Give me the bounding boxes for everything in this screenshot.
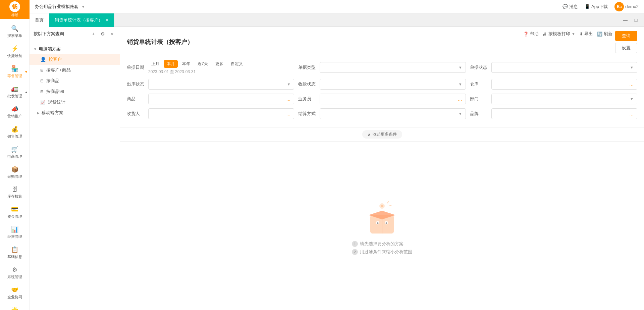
- query-btn[interactable]: 查询: [615, 31, 637, 41]
- sidebar-item-wholesale-label: 批发管理: [7, 94, 22, 99]
- warehouse-dots: …: [629, 82, 634, 87]
- left-panel-collapse-btn[interactable]: «: [108, 30, 116, 38]
- sidebar-item-inventory[interactable]: 🗄 库存核算: [0, 183, 29, 202]
- settlement-arrow: ▼: [459, 112, 462, 116]
- sidebar-item-newbie[interactable]: 🌟 新手引导: [0, 303, 29, 310]
- refresh-icon: 🔄: [597, 32, 602, 37]
- sidebar-item-basic-label: 基础信息: [7, 254, 22, 259]
- department-input[interactable]: ▼: [491, 94, 637, 104]
- filter-row-3: 商品 … 业务员 … 部门: [127, 94, 637, 104]
- filter-date-field: 单据日期 上月 本月 本年 近7天 更多 自定义 2023-03-01 至 20…: [127, 60, 294, 75]
- tree-item-by-customer-product[interactable]: ⊞ 按客户+商品: [30, 65, 120, 75]
- tree-group-mobile-label: 移动端方案: [42, 110, 63, 116]
- tab-home[interactable]: 首页: [30, 13, 49, 27]
- sidebar-item-finance[interactable]: 💳 资金管理: [0, 202, 29, 222]
- salesperson-input[interactable]: …: [320, 94, 466, 104]
- filter-row-2: 出库状态 ▼ 收款状态 ▼ 仓库: [127, 79, 637, 90]
- sidebar-item-retail[interactable]: 🏪 零售管理 ▼: [0, 62, 29, 82]
- doc-status-label: 单据状态: [470, 64, 489, 70]
- doc-type-arrow: ▼: [459, 65, 462, 69]
- tab-bar: 首页 销货单统计表（按客户） ✕ — □: [30, 13, 644, 27]
- svg-line-8: [387, 201, 389, 203]
- export-btn[interactable]: ⬇ 导出: [579, 31, 593, 37]
- sidebar-item-finance-label: 资金管理: [7, 214, 22, 219]
- out-status-input[interactable]: ▼: [148, 79, 294, 90]
- sidebar-item-enterprise[interactable]: 🤝 企业协同: [0, 283, 29, 303]
- settings-btn[interactable]: 设置: [615, 43, 637, 53]
- date-filter-top: 上月 本月 本年 近7天 更多 自定义: [148, 60, 294, 68]
- sidebar-item-purchase[interactable]: 📦 采购管理: [0, 162, 29, 183]
- sidebar-item-sales[interactable]: 💰 销售管理: [0, 122, 29, 142]
- receiver-input[interactable]: …: [148, 108, 294, 119]
- app-download-action[interactable]: 📱 App下载: [585, 4, 608, 10]
- help-btn[interactable]: ❓ 帮助: [523, 31, 539, 37]
- tree-item-by-product99[interactable]: ⊟ 按商品99: [30, 86, 120, 97]
- empty-state: 1 请先选择要分析的方案 2 用过滤条件来缩小分析范围: [120, 142, 644, 310]
- date-btn-more[interactable]: 更多: [212, 60, 226, 68]
- tree-item-by-product[interactable]: ⊟ 按商品: [30, 75, 120, 86]
- sidebar-item-system[interactable]: ⚙ 系统管理: [0, 263, 29, 283]
- left-panel-title: 按以下方案查询: [34, 31, 64, 37]
- print-label: 按模板打印: [548, 31, 570, 37]
- svg-point-7: [381, 205, 383, 207]
- filter-settlement-field: 结算方式 ▼: [298, 108, 466, 119]
- doc-type-input[interactable]: ▼: [320, 62, 466, 73]
- sidebar-item-marketing[interactable]: 📣 营销推广: [0, 102, 29, 122]
- sidebar-item-search[interactable]: 🔍 搜索菜单: [0, 21, 29, 42]
- date-btn-this-month[interactable]: 本月: [164, 60, 178, 68]
- refresh-btn[interactable]: 🔄 刷新: [597, 31, 612, 37]
- print-btn[interactable]: 🖨 按模板打印 ▼: [543, 31, 575, 37]
- tree-group-desktop[interactable]: ▼ 电脑端方案: [30, 44, 120, 54]
- sidebar-item-enterprise-label: 企业协同: [7, 295, 22, 300]
- newbie-icon: 🌟: [11, 306, 18, 310]
- finance-icon: 💳: [11, 206, 18, 213]
- shortcuts-icon: ⚡: [11, 45, 18, 52]
- tree-item-by-customer[interactable]: 👤 按客户: [30, 54, 120, 65]
- message-action[interactable]: 💬 消息: [562, 4, 578, 10]
- tab-maximize-btn[interactable]: □: [632, 16, 640, 24]
- tree-item-by-customer-label: 按客户: [49, 56, 62, 62]
- svg-line-9: [389, 205, 391, 206]
- date-btn-7days[interactable]: 近7天: [195, 60, 211, 68]
- left-panel-add-btn[interactable]: +: [90, 30, 97, 38]
- brand-input[interactable]: …: [491, 108, 637, 119]
- date-btn-custom[interactable]: 自定义: [228, 60, 246, 68]
- tab-minimize-btn[interactable]: —: [621, 16, 629, 24]
- content-body: 按以下方案查询 + ⚙ « ▼ 电脑端方案 👤 按客户 ⊞ 按客: [30, 27, 644, 310]
- sidebar-item-shortcuts[interactable]: ⚡ 快捷导航: [0, 42, 29, 62]
- sidebar-item-shortcuts-label: 快捷导航: [7, 53, 22, 58]
- tab-sales-stats[interactable]: 销货单统计表（按客户） ✕: [49, 13, 114, 27]
- system-icon: ⚙: [12, 266, 17, 273]
- tree-group-desktop-arrow: ▼: [34, 47, 37, 51]
- sidebar-item-marketing-label: 营销推广: [7, 114, 22, 119]
- logo-subtitle: 标版: [11, 13, 18, 17]
- tab-close-btn[interactable]: ✕: [105, 18, 109, 22]
- sidebar-item-ecommerce[interactable]: 🛒 电商管理: [0, 142, 29, 162]
- tree-item-by-product99-label: 按商品99: [46, 89, 64, 95]
- sidebar-item-basic[interactable]: 📋 基础信息: [0, 243, 29, 263]
- refresh-label: 刷新: [604, 31, 612, 37]
- payment-status-input[interactable]: ▼: [320, 79, 466, 90]
- print-arrow: ▼: [572, 32, 575, 36]
- sidebar-item-operation[interactable]: 📊 经营管理: [0, 222, 29, 243]
- warehouse-input[interactable]: …: [491, 79, 637, 90]
- product-input[interactable]: …: [148, 94, 294, 104]
- department-arrow: ▼: [630, 97, 634, 101]
- settlement-input[interactable]: ▼: [320, 108, 466, 119]
- date-btn-last-month[interactable]: 上月: [148, 60, 162, 68]
- date-btn-this-year[interactable]: 本年: [179, 60, 193, 68]
- wholesale-expand-arrow: ▲: [24, 90, 28, 94]
- sidebar-item-purchase-label: 采购管理: [7, 174, 22, 179]
- sidebar-item-wholesale[interactable]: 🚛 批发管理 ▲: [0, 82, 29, 102]
- user-action[interactable]: Ea demo2: [614, 2, 639, 11]
- tree-item-refund-stats[interactable]: 📈 退货统计: [30, 97, 120, 108]
- message-icon: 💬: [562, 4, 568, 9]
- filter-product-field: 商品 …: [127, 94, 294, 104]
- left-panel-settings-btn[interactable]: ⚙: [99, 30, 106, 38]
- collapse-btn[interactable]: ∧ 收起更多条件: [362, 130, 402, 139]
- print-icon: 🖨: [543, 32, 547, 37]
- top-header: 办公用品行业模拟账套 ▼ 💬 消息 📱 App下载 Ea demo2: [30, 0, 644, 13]
- doc-status-input[interactable]: ▼: [491, 62, 637, 73]
- page-actions-group: ❓ 帮助 🖨 按模板打印 ▼ ⬇ 导出 🔄: [523, 31, 612, 37]
- tree-group-mobile[interactable]: ▶ 移动端方案: [30, 108, 120, 118]
